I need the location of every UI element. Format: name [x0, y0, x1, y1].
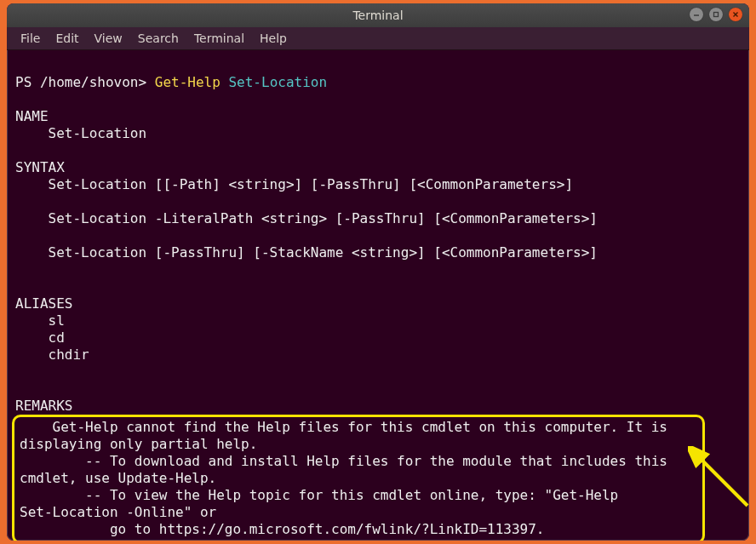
maximize-button[interactable] [709, 8, 723, 21]
remarks-line: -- To view the Help topic for this cmdle… [20, 487, 618, 503]
section-aliases: ALIASES [15, 295, 72, 312]
prompt-path: /home/shovon [40, 74, 139, 90]
remarks-line: cmdlet, use Update-Help. [20, 470, 216, 486]
section-name: NAME [15, 108, 49, 124]
remarks-line: go to https://go.microsoft.com/fwlink/?L… [20, 521, 545, 537]
alias-line: sl [15, 312, 65, 329]
menu-file[interactable]: File [14, 30, 47, 47]
remarks-highlight-box: Get-Help cannot find the Help files for … [12, 415, 705, 541]
command-arg: Set-Location [220, 74, 327, 90]
syntax-line: Set-Location [[-Path] <string>] [-PassTh… [15, 176, 573, 192]
menubar: File Edit View Search Terminal Help [7, 27, 749, 50]
remarks-line: displaying only partial help. [20, 436, 257, 452]
window-controls [690, 8, 742, 21]
section-syntax: SYNTAX [15, 159, 65, 175]
menu-search[interactable]: Search [131, 30, 186, 47]
name-value: Set-Location [15, 125, 146, 141]
svg-rect-1 [714, 13, 719, 17]
command-name: Get-Help [155, 74, 220, 90]
remarks-line: -- To download and install Help files fo… [20, 453, 667, 469]
menu-view[interactable]: View [88, 30, 129, 47]
terminal-window: Terminal File Edit View Search Terminal … [7, 3, 749, 541]
remarks-line: Get-Help cannot find the Help files for … [20, 419, 667, 435]
titlebar: Terminal [7, 3, 749, 27]
prompt-ps: PS [15, 74, 40, 90]
minimize-button[interactable] [690, 8, 703, 21]
menu-terminal[interactable]: Terminal [187, 30, 251, 47]
remarks-line: Set-Location -Online" or [20, 504, 216, 520]
prompt-sep: > [139, 74, 155, 90]
alias-line: chdir [15, 346, 89, 363]
close-button[interactable] [729, 8, 742, 21]
menu-help[interactable]: Help [253, 30, 294, 47]
section-remarks: REMARKS [15, 398, 72, 414]
window-title: Terminal [352, 9, 403, 22]
menu-edit[interactable]: Edit [49, 30, 85, 47]
syntax-line: Set-Location -LiteralPath <string> [-Pas… [15, 210, 598, 226]
alias-line: cd [15, 329, 65, 346]
terminal-body[interactable]: PS /home/shovon> Get-Help Set-Location N… [7, 50, 749, 541]
syntax-line: Set-Location [-PassThru] [-StackName <st… [15, 244, 598, 261]
